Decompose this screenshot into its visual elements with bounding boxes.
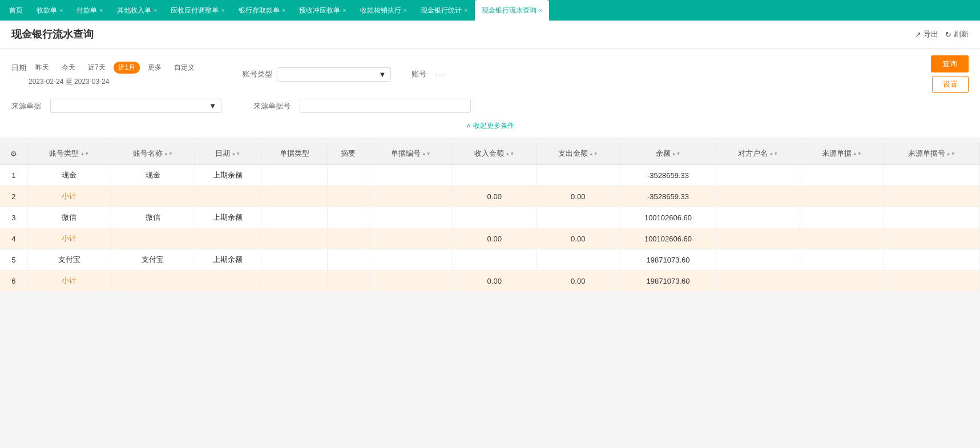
cell-doc-no — [369, 207, 453, 228]
sort-icon: ▲▼ — [589, 151, 598, 156]
cell-account-type: 小计 — [27, 186, 111, 207]
date-btn-custom[interactable]: 自定义 — [170, 62, 199, 74]
cell-expense: 0.00 — [536, 186, 620, 207]
query-button[interactable]: 查询 — [931, 55, 969, 72]
col-expense[interactable]: 支出金额▲▼ — [536, 143, 620, 165]
cell-source-doc-no — [884, 249, 980, 271]
cell-summary — [328, 249, 369, 271]
date-btn-7days[interactable]: 近7天 — [83, 62, 110, 74]
export-button[interactable]: ↗ 导出 — [915, 29, 938, 39]
cell-date: 上期余额 — [195, 207, 261, 228]
nav-tab-verify[interactable]: 收款核销执行 × — [353, 0, 414, 21]
col-doc-no[interactable]: 单据编号▲▼ — [369, 143, 453, 165]
col-date[interactable]: 日期▲▼ — [195, 143, 261, 165]
close-icon[interactable]: × — [342, 7, 346, 14]
close-icon[interactable]: × — [99, 7, 103, 14]
cell-counterpart — [716, 207, 800, 228]
collapse-up-icon: ∧ — [466, 122, 471, 130]
close-icon[interactable]: × — [464, 7, 467, 14]
source-doc-num-input[interactable] — [300, 99, 471, 113]
col-doc-type: 单据类型 — [261, 143, 328, 165]
data-table-wrapper: ⚙ 账号类型▲▼ 账号名称▲▼ 日期▲▼ 单据类型 摘要 单据编号▲▼ 收入金额… — [0, 143, 980, 292]
cell-doc-no — [369, 186, 453, 207]
nav-tab-other-income[interactable]: 其他收入单 × — [110, 0, 164, 21]
filter-row-2: 来源单据 ▼ 来源单据号 — [11, 99, 969, 113]
sort-icon: ▲▼ — [231, 151, 240, 156]
cell-summary — [328, 207, 369, 228]
cell-account-type: 小计 — [27, 271, 111, 292]
row-number: 4 — [0, 228, 27, 249]
nav-tab-receipt[interactable]: 收款单 × — [30, 0, 70, 21]
filter-area: 日期 昨天 今天 近7天 近1月 更多 自定义 2023-02-24 至 202… — [0, 49, 980, 138]
cell-source-doc — [800, 165, 884, 186]
col-source-doc[interactable]: 来源单据▲▼ — [800, 143, 884, 165]
nav-tab-adjustment[interactable]: 应收应付调整单 × — [164, 0, 231, 21]
account-label: 账号 — [412, 69, 426, 79]
nav-tab-advance[interactable]: 预收冲应收单 × — [292, 0, 353, 21]
more-options-icon[interactable]: ··· — [435, 70, 445, 79]
date-btn-today[interactable]: 今天 — [57, 62, 80, 74]
col-account-type[interactable]: 账号类型▲▼ — [27, 143, 111, 165]
cell-income: 0.00 — [453, 186, 537, 207]
cell-source-doc — [800, 271, 884, 292]
export-icon: ↗ — [915, 30, 921, 39]
table-row: 1现金现金上期余额-3528659.33 — [0, 165, 980, 186]
cell-counterpart — [716, 249, 800, 271]
cell-account-name: 支付宝 — [111, 249, 195, 271]
table-row: 2小计0.000.00-3528659.33 — [0, 186, 980, 207]
close-icon[interactable]: × — [59, 7, 63, 14]
cell-source-doc — [800, 249, 884, 271]
nav-tab-home[interactable]: 首页 — [2, 0, 30, 21]
cell-expense: 0.00 — [536, 271, 620, 292]
nav-tab-payment[interactable]: 付款单 × — [70, 0, 110, 21]
sort-icon: ▲▼ — [853, 151, 862, 156]
close-icon[interactable]: × — [154, 7, 157, 14]
account-type-label: 账号类型 — [243, 69, 272, 79]
date-btn-yesterday[interactable]: 昨天 — [31, 62, 54, 74]
cell-source-doc-no — [884, 228, 980, 249]
cell-expense — [536, 165, 620, 186]
date-filter-group: 日期 昨天 今天 近7天 近1月 更多 自定义 2023-02-24 至 202… — [11, 62, 199, 87]
account-type-select[interactable]: ▼ — [277, 67, 391, 82]
row-number: 2 — [0, 186, 27, 207]
table-row: 4小计0.000.00100102606.60 — [0, 228, 980, 249]
cell-summary — [328, 165, 369, 186]
gear-icon: ⚙ — [10, 150, 17, 158]
col-counterpart[interactable]: 对方户名▲▼ — [716, 143, 800, 165]
close-icon[interactable]: × — [404, 7, 407, 14]
close-icon[interactable]: × — [221, 7, 224, 14]
refresh-button[interactable]: ↻ 刷新 — [945, 29, 969, 39]
cell-balance: -3528659.33 — [620, 186, 716, 207]
date-btn-more[interactable]: 更多 — [143, 62, 166, 74]
filter-row-1: 日期 昨天 今天 近7天 近1月 更多 自定义 2023-02-24 至 202… — [11, 55, 969, 93]
date-btn-1month[interactable]: 近1月 — [114, 62, 140, 74]
data-table: ⚙ 账号类型▲▼ 账号名称▲▼ 日期▲▼ 单据类型 摘要 单据编号▲▼ 收入金额… — [0, 143, 980, 292]
col-settings[interactable]: ⚙ — [0, 143, 27, 165]
col-income[interactable]: 收入金额▲▼ — [453, 143, 537, 165]
cell-doc-type — [261, 228, 328, 249]
row-number: 1 — [0, 165, 27, 186]
cell-expense: 0.00 — [536, 228, 620, 249]
close-icon[interactable]: × — [282, 7, 285, 14]
cell-date: 上期余额 — [195, 165, 261, 186]
row-number: 3 — [0, 207, 27, 228]
setting-button[interactable]: 设置 — [932, 76, 969, 93]
collapse-bar[interactable]: ∧ 收起更多条件 — [11, 119, 969, 133]
source-doc-select[interactable]: ▼ — [50, 99, 221, 113]
cell-doc-type — [261, 207, 328, 228]
source-doc-num-group: 来源单据号 — [253, 99, 471, 113]
table-row: 3微信微信上期余额100102606.60 — [0, 207, 980, 228]
nav-tab-cashflow[interactable]: 现金银行流水查询 × — [475, 0, 549, 21]
header-actions: ↗ 导出 ↻ 刷新 — [915, 29, 969, 39]
col-balance[interactable]: 余额▲▼ — [620, 143, 716, 165]
sort-icon: ▲▼ — [946, 151, 955, 156]
cell-doc-type — [261, 165, 328, 186]
cell-income — [453, 165, 537, 186]
chevron-down-icon: ▼ — [209, 102, 216, 110]
nav-tab-stats[interactable]: 现金银行统计 × — [414, 0, 474, 21]
page-header: 现金银行流水查询 ↗ 导出 ↻ 刷新 — [0, 21, 980, 49]
close-icon[interactable]: × — [539, 7, 542, 14]
col-account-name[interactable]: 账号名称▲▼ — [111, 143, 195, 165]
nav-tab-bank[interactable]: 银行存取款单 × — [232, 0, 292, 21]
col-source-doc-no[interactable]: 来源单据号▲▼ — [884, 143, 980, 165]
